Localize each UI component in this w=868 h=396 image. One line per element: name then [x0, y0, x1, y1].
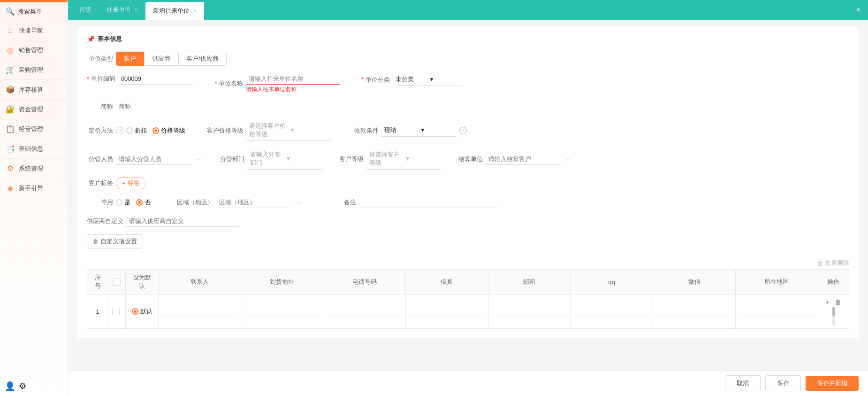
row-checkbox[interactable]	[112, 308, 120, 315]
manager-input[interactable]	[116, 154, 191, 165]
pricing-discount-radio[interactable]	[126, 127, 133, 134]
row-wechat-input[interactable]	[657, 306, 731, 317]
inventory-icon: 📦	[6, 85, 15, 94]
disabled-no-option[interactable]: 否	[136, 198, 151, 207]
row-checkbox-cell	[108, 295, 126, 329]
tab-new-partner[interactable]: 新增往来单位 ×	[145, 2, 204, 20]
sidebar-item-quick-nav[interactable]: ⌂ 快捷导航	[0, 21, 68, 40]
payment-terms-group: 收款条件 现结 ▼ ?	[352, 124, 467, 137]
pricing-help-icon[interactable]: ?	[116, 127, 123, 134]
settlement-unit-more-button[interactable]: ···	[563, 155, 573, 163]
select-all-checkbox[interactable]	[113, 278, 121, 286]
department-select[interactable]: 请输入分管部门 ▼	[247, 148, 322, 170]
tab-partner-close[interactable]: ×	[135, 7, 138, 13]
row-add-button[interactable]: +	[823, 297, 831, 307]
row-fax-input[interactable]	[410, 306, 484, 317]
customer-level-select[interactable]: 请选择客户等级 ▼	[366, 148, 442, 170]
region-more-button[interactable]: ···	[294, 199, 304, 206]
table-row: 1 默认	[87, 295, 849, 329]
add-tag-button[interactable]: + 标签	[116, 177, 146, 189]
custom-settings-button[interactable]: ⚙ 自定义项设置	[87, 234, 143, 248]
department-placeholder: 请输入分管部门	[250, 150, 284, 167]
unit-category-arrow-icon: ▼	[429, 76, 460, 83]
close-all-tabs-button[interactable]: ×	[853, 4, 864, 16]
pricing-level-radio[interactable]	[152, 127, 159, 134]
tab-home[interactable]: 首页	[72, 0, 99, 20]
row-delivery-input[interactable]	[245, 306, 320, 317]
default-label: 默认	[140, 307, 152, 316]
short-name-input[interactable]	[116, 101, 191, 112]
disabled-row: 停用 是 否 区域（地区） ···	[87, 197, 849, 208]
unit-category-select[interactable]: 未分类 ▼	[393, 73, 463, 86]
search-menu-button[interactable]: 🔍 搜索菜单	[0, 2, 68, 21]
row-default-radio[interactable]: 默认	[129, 307, 154, 316]
row-delivery-cell	[241, 295, 323, 329]
unit-name-group: 单位名称 请输入往来单位名称	[215, 73, 340, 93]
row-qq-input[interactable]	[574, 306, 649, 317]
add-tag-plus-icon: +	[122, 180, 126, 187]
customer-level-group: 客户等级 请选择客户等级 ▼	[337, 148, 442, 170]
row-email-input[interactable]	[492, 306, 567, 317]
sidebar-item-label: 采购管理	[19, 66, 43, 74]
section-title: 📌 基本信息	[87, 35, 849, 43]
sidebar-item-sales[interactable]: ◎ 销售管理	[0, 40, 68, 60]
settlement-unit-input[interactable]	[486, 154, 561, 165]
row-phone-input[interactable]	[327, 306, 402, 317]
col-fax: 传真	[406, 270, 488, 295]
notes-input[interactable]	[359, 197, 500, 208]
customer-price-level-select[interactable]: 请选择客户价格等级 ▼	[246, 120, 331, 141]
disabled-no-radio[interactable]	[136, 199, 143, 206]
type-btn-supplier[interactable]: 供应商	[144, 52, 178, 66]
customer-level-placeholder: 请选择客户等级	[369, 150, 403, 167]
sidebar-item-system[interactable]: ⚙ 系统管理	[0, 159, 68, 179]
customer-level-label: 客户等级	[337, 155, 364, 163]
custom-settings-label: 自定义项设置	[100, 237, 137, 246]
user-icon: 👤	[5, 381, 15, 391]
newbie-icon: ◈	[6, 184, 15, 193]
sidebar-item-newbie[interactable]: ◈ 新手引导	[0, 179, 68, 198]
manager-more-button[interactable]: ···	[194, 155, 203, 163]
row-contact-input[interactable]	[162, 306, 237, 317]
col-region: 所在地区	[735, 270, 818, 295]
region-input[interactable]	[216, 197, 291, 208]
tab-new-partner-close[interactable]: ×	[193, 8, 197, 14]
disabled-yes-radio[interactable]	[116, 199, 122, 206]
unit-code-input[interactable]	[118, 73, 193, 85]
save-and-new-button[interactable]: 保存并新增	[806, 376, 859, 391]
col-delivery: 到货地址	[241, 270, 323, 295]
row-region-input[interactable]	[739, 306, 814, 317]
table-header-row: 序号 设为默认 联系人 到货地址 电话号码 传真 邮箱 qq 微信 所在地区	[87, 270, 849, 295]
type-btn-both[interactable]: 客户/供应商	[178, 52, 227, 66]
unit-name-input[interactable]	[246, 73, 340, 85]
search-menu-label: 搜索菜单	[18, 8, 42, 16]
supplier-custom-input[interactable]	[126, 216, 239, 227]
sidebar-item-label: 销售管理	[19, 46, 43, 54]
batch-delete-label[interactable]: 批量删除	[825, 259, 849, 267]
default-radio-dot[interactable]	[132, 308, 138, 315]
row-wechat-cell	[653, 295, 736, 329]
supplier-custom-label: 供应商自定义	[87, 217, 123, 225]
customer-level-arrow-icon: ▼	[405, 155, 439, 162]
row-delete-button[interactable]: 🗑	[833, 297, 843, 307]
save-button[interactable]: 保存	[765, 375, 801, 391]
sidebar-item-purchase[interactable]: 🛒 采购管理	[0, 60, 68, 80]
row-email-cell	[488, 295, 571, 329]
cancel-button[interactable]: 取消	[725, 375, 761, 391]
sidebar-item-base-info[interactable]: 📑 基础信息	[0, 139, 68, 159]
type-btn-customer[interactable]: 客户	[116, 52, 144, 66]
manager-row: 分管人员 ··· 分管部门 请输入分管部门 ▼ 客户等级 请选择客户等级 ▼	[87, 148, 849, 170]
sidebar-item-operations[interactable]: 📋 经营管理	[0, 119, 68, 139]
sidebar-item-inventory[interactable]: 📦 库存核算	[0, 80, 68, 100]
payment-terms-help-icon[interactable]: ?	[459, 127, 467, 134]
pricing-level-option[interactable]: 价格等级	[152, 126, 185, 135]
batch-delete-icon: 🗑	[817, 260, 823, 267]
tab-partner[interactable]: 往来单位 ×	[99, 0, 145, 20]
finance-icon: 🔐	[6, 105, 15, 114]
payment-terms-select[interactable]: 现结 ▼	[381, 124, 457, 137]
sidebar-item-finance[interactable]: 🔐 资金管理	[0, 100, 68, 119]
disabled-yes-option[interactable]: 是	[116, 198, 130, 207]
pricing-discount-option[interactable]: 折扣	[126, 126, 147, 135]
disabled-label: 停用	[87, 198, 113, 207]
region-label: 区域（地区）	[177, 198, 213, 207]
payment-terms-label: 收款条件	[352, 126, 379, 135]
